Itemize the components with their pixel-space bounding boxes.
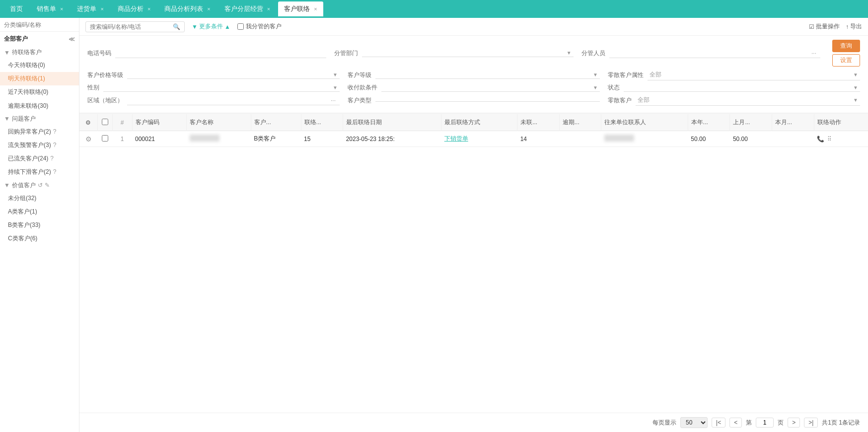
sidebar-item-problem[interactable]: 持续下滑客户(2)? (0, 165, 79, 179)
sidebar-item-problem[interactable]: 已流失客户(24)? (0, 152, 79, 165)
sidebar-item-value[interactable]: B类客户(33) (0, 218, 79, 232)
gender-select[interactable]: ▼ (103, 84, 340, 92)
phone-action-icon[interactable]: 📞 (817, 136, 824, 143)
code-column-header[interactable]: 客户编码 (132, 114, 187, 131)
close-icon[interactable]: × (100, 6, 103, 12)
batch-ops-btn[interactable]: ☑ 批量操作 (809, 22, 840, 31)
retail-attr-field: 零散客户属性 全部 ▼ (608, 70, 860, 80)
sidebar-item-value[interactable]: C类客户(6) (0, 232, 79, 245)
ellipsis-icon[interactable]: ··· (329, 97, 338, 104)
close-icon[interactable]: × (60, 6, 63, 12)
close-icon[interactable]: × (147, 6, 150, 12)
customer-type-select[interactable] (375, 99, 600, 102)
data-cell: B类客户 (251, 131, 301, 147)
search-icon[interactable]: 🔍 (173, 23, 180, 30)
chevron-down-icon: ▼ (593, 85, 598, 90)
help-icon: ? (53, 168, 57, 175)
all-customers-header[interactable]: 全部客户 ≪ (0, 32, 79, 46)
refresh-icon[interactable]: ↺ (38, 182, 43, 189)
my-customers-checkbox-label[interactable]: 我分管的客户 (237, 22, 282, 31)
nav-item-进货单[interactable]: 进货单× (71, 1, 109, 16)
payment-label: 收付款条件 (348, 83, 377, 92)
value-customers-group[interactable]: ▼ 价值客户 ↺ ✎ (0, 179, 79, 192)
customer-type-label: 客户类型 (348, 96, 371, 105)
gear-column-header[interactable]: ⚙ (79, 114, 97, 131)
this-year-column-header[interactable]: 本年... (688, 114, 730, 131)
name-column-header[interactable]: 客户名称 (187, 114, 251, 131)
row-checkbox[interactable] (102, 135, 108, 142)
per-page-select[interactable]: 50 100 200 (680, 417, 708, 428)
first-page-btn[interactable]: |< (712, 418, 725, 428)
no-contact-column-header[interactable]: 未联... (517, 114, 560, 131)
phone-input[interactable] (115, 49, 326, 58)
select-all-checkbox[interactable] (102, 119, 108, 125)
last-month-column-header[interactable]: 上月... (730, 114, 772, 131)
contact-method-link[interactable]: 下销货单 (444, 135, 468, 142)
problem-customers-group[interactable]: ▼ 问题客户 (0, 113, 79, 125)
customer-price-select[interactable]: ▼ (127, 71, 340, 79)
last-page-btn[interactable]: >| (804, 418, 818, 428)
sidebar-item-problem[interactable]: 流失预警客户(3)? (0, 139, 79, 152)
area-field: 区域（地区） ··· (87, 96, 340, 105)
sidebar-search-input[interactable] (4, 21, 78, 28)
sidebar-item-problem[interactable]: 回购异常客户(2)? (0, 125, 79, 139)
collapse-icon[interactable]: ≪ (69, 36, 75, 43)
arrow-icon: ▼ (4, 115, 10, 122)
status-field: 状态 ▼ (608, 83, 860, 92)
sidebar-item-value[interactable]: 未分组(32) (0, 192, 79, 205)
query-button[interactable]: 查询 (832, 40, 860, 52)
sidebar-item-pending[interactable]: 近7天待联络(0) (0, 85, 79, 99)
nav-item-销售单[interactable]: 销售单× (31, 1, 69, 16)
nav-item-首页[interactable]: 首页 (4, 1, 29, 16)
close-icon[interactable]: × (314, 6, 317, 12)
retail-attr-select[interactable]: 全部 ▼ (648, 70, 860, 80)
sidebar-item-pending[interactable]: 明天待联络(1) (0, 72, 79, 85)
page-number-input[interactable] (756, 418, 774, 428)
nav-item-客户联络[interactable]: 客户联络× (278, 1, 323, 16)
sidebar-item-pending[interactable]: 逾期未联络(30) (0, 99, 79, 113)
gear-icon[interactable]: ⚙ (85, 135, 92, 143)
area-select[interactable]: ··· (127, 96, 340, 105)
actions-cell: 📞⠿ (814, 131, 868, 147)
nav-item-商品分析[interactable]: 商品分析× (112, 1, 156, 16)
sidebar-item-value[interactable]: A类客户(1) (0, 205, 79, 218)
table-row: ⚙1000021B类客户152023-05-23 18:25:下销货单1450.… (79, 131, 868, 147)
manager-select[interactable]: ··· (609, 49, 820, 58)
pending-contact-group[interactable]: ▼ 待联络客户 (0, 46, 79, 59)
retail-customer-select[interactable]: 全部 ▼ (636, 95, 860, 106)
num-cell: 1 (112, 131, 132, 147)
nav-item-商品分析列表[interactable]: 商品分析列表× (158, 1, 216, 16)
more-action-icon[interactable]: ⠿ (827, 136, 832, 143)
ellipsis-icon[interactable]: ··· (809, 50, 818, 57)
this-month-column-header[interactable]: 本月... (772, 114, 814, 131)
setting-button[interactable]: 设置 (832, 54, 860, 67)
prev-page-btn[interactable]: < (729, 418, 742, 428)
type-column-header[interactable]: 客户... (251, 114, 301, 131)
last-contact-method-column-header[interactable]: 最后联络方式 (441, 114, 517, 131)
status-select[interactable]: ▼ (624, 84, 860, 92)
overdue-column-header[interactable]: 逾期... (559, 114, 601, 131)
unit-contact-column-header[interactable]: 往来单位联系人 (601, 114, 688, 131)
data-cell: 000021 (132, 131, 187, 147)
last-contact-date-column-header[interactable]: 最后联络日期 (343, 114, 441, 131)
nav-item-客户分层经营[interactable]: 客户分层经营× (218, 1, 276, 16)
customer-price-field: 客户价格等级 ▼ (87, 71, 340, 79)
more-conditions-btn[interactable]: ▼ 更多条件 ▲ (189, 21, 233, 32)
close-icon[interactable]: × (207, 6, 210, 12)
contact-column-header[interactable]: 联络... (301, 114, 343, 131)
filter-row-4: 区域（地区） ··· 客户类型 零散客户 全部 ▼ (87, 95, 860, 106)
num-column-header: # (112, 114, 132, 131)
my-customers-checkbox[interactable] (237, 23, 244, 30)
customer-level-select[interactable]: ▼ (375, 71, 600, 79)
search-input[interactable] (90, 23, 171, 30)
export-btn[interactable]: ↑ 导出 (846, 22, 862, 31)
page-label: 第 (746, 419, 752, 427)
dept-select[interactable]: ▼ (362, 49, 573, 57)
payment-select[interactable]: ▼ (381, 84, 600, 92)
next-page-btn[interactable]: > (788, 418, 800, 428)
phone-label: 电话号码 (87, 49, 111, 58)
close-icon[interactable]: × (267, 6, 270, 12)
sidebar-item-pending[interactable]: 今天待联络(0) (0, 59, 79, 72)
data-cell: 15 (301, 131, 343, 147)
edit-icon[interactable]: ✎ (45, 182, 50, 189)
